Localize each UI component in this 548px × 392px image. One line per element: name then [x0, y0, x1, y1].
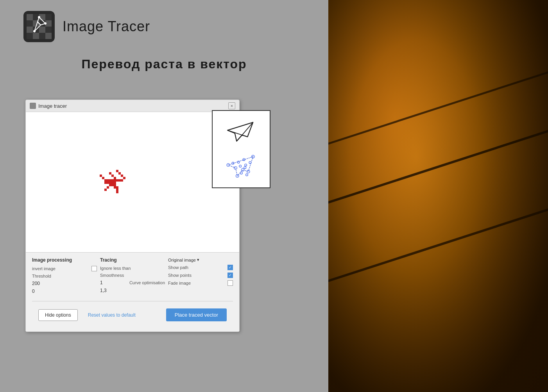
svg-rect-44 — [114, 186, 116, 189]
svg-rect-30 — [107, 179, 109, 182]
dialog-body: Image processing invert image Threshold … — [26, 112, 239, 331]
curve-optimisation-label: Curve optimisation — [129, 280, 165, 285]
show-points-checkbox[interactable] — [227, 273, 233, 278]
curve-value-row: 1,3 — [100, 288, 165, 293]
left-panel: Image Tracer Перевод раста в вектор Imag… — [0, 0, 328, 392]
svg-rect-1 — [27, 14, 33, 20]
svg-rect-15 — [39, 33, 45, 39]
col-image-processing: Image processing invert image Threshold … — [32, 257, 97, 296]
threshold-min: 0 — [32, 289, 35, 294]
svg-rect-5 — [27, 20, 33, 27]
show-points-row: Show points — [168, 273, 233, 278]
options-divider — [32, 301, 233, 301]
dialog-close-button[interactable]: × — [228, 102, 235, 109]
svg-rect-13 — [27, 33, 33, 39]
svg-point-60 — [239, 165, 242, 167]
svg-rect-49 — [107, 186, 109, 189]
page-subtitle: Перевод раста в вектор — [0, 57, 328, 71]
image-processing-header: Image processing — [32, 257, 97, 263]
svg-rect-42 — [111, 184, 114, 186]
smoothness-row: Smoothness — [100, 273, 165, 278]
svg-rect-32 — [102, 177, 104, 179]
svg-rect-31 — [104, 179, 107, 182]
svg-rect-40 — [111, 182, 114, 184]
svg-rect-14 — [33, 33, 39, 39]
fade-image-label: Fade image — [168, 281, 191, 285]
svg-point-65 — [249, 161, 251, 164]
invert-image-label: invert image — [32, 266, 56, 271]
svg-point-18 — [44, 22, 47, 25]
app-icon-svg — [27, 14, 52, 39]
svg-point-63 — [240, 172, 243, 174]
place-traced-button[interactable]: Place traced vector — [166, 308, 227, 321]
dialog-titlebar: Image tracer × — [26, 100, 239, 112]
chevron-down-icon: ▾ — [197, 257, 199, 262]
show-path-label: Show path — [168, 265, 188, 270]
svg-rect-24 — [121, 179, 123, 182]
original-image-dropdown-row[interactable]: Original image ▾ — [168, 257, 233, 262]
outline-plane-svg — [224, 119, 259, 144]
svg-rect-20 — [116, 170, 118, 172]
svg-point-56 — [247, 170, 249, 173]
svg-rect-38 — [107, 182, 109, 184]
threshold-min-row: 0 — [32, 289, 97, 294]
svg-rect-29 — [109, 179, 111, 182]
svg-point-61 — [244, 166, 246, 169]
svg-rect-16 — [45, 33, 52, 39]
svg-rect-34 — [114, 177, 116, 179]
svg-rect-43 — [114, 184, 116, 186]
svg-rect-41 — [114, 182, 116, 184]
right-panel — [328, 0, 548, 392]
svg-rect-48 — [109, 184, 111, 186]
svg-point-59 — [245, 164, 247, 166]
dialog-app-icon — [30, 103, 36, 109]
svg-rect-36 — [109, 172, 111, 175]
preview-overlay — [212, 110, 270, 188]
ignore-less-label: Ignore less than — [100, 266, 131, 271]
svg-rect-27 — [114, 179, 116, 182]
canvas-area — [26, 112, 239, 253]
show-points-label: Show points — [168, 273, 192, 278]
svg-rect-50 — [104, 189, 107, 191]
dialog-title-text: Image tracer — [38, 103, 67, 109]
app-header: Image Tracer — [0, 0, 328, 53]
invert-image-checkbox[interactable] — [91, 266, 97, 271]
dialog-title-left: Image tracer — [30, 103, 67, 109]
threshold-row: Threshold — [32, 274, 97, 278]
dialog-window: Image tracer × — [25, 100, 240, 332]
svg-rect-21 — [118, 172, 121, 175]
original-image-dropdown[interactable]: Original image ▾ — [168, 257, 199, 262]
preview-vector-plane — [217, 152, 266, 180]
reset-values-button[interactable]: Reset values to default — [82, 310, 142, 321]
smoothness-value: 1 — [100, 280, 103, 285]
invert-image-row: invert image — [32, 266, 97, 271]
svg-point-62 — [246, 174, 248, 176]
hide-options-button[interactable]: Hide options — [38, 309, 78, 321]
action-buttons: Hide options Reset values to default Pla… — [32, 305, 233, 327]
svg-rect-11 — [39, 27, 45, 33]
options-columns: Image processing invert image Threshold … — [32, 257, 233, 296]
fade-image-checkbox[interactable] — [227, 280, 233, 286]
svg-rect-22 — [121, 175, 123, 177]
svg-rect-28 — [111, 179, 114, 182]
svg-point-55 — [241, 168, 244, 171]
svg-rect-9 — [27, 27, 33, 33]
tracing-header: Tracing — [100, 257, 165, 263]
svg-rect-37 — [104, 182, 107, 184]
show-path-checkbox[interactable] — [227, 265, 233, 270]
svg-rect-35 — [111, 175, 114, 177]
col-display: Original image ▾ Show path Show points — [168, 257, 233, 296]
svg-rect-23 — [123, 177, 125, 179]
svg-rect-25 — [118, 179, 121, 182]
svg-rect-33 — [100, 175, 102, 177]
svg-rect-46 — [116, 189, 118, 191]
app-icon — [23, 11, 55, 42]
threshold-value-row: 200 — [32, 281, 97, 286]
threshold-value: 200 — [32, 281, 40, 286]
smoothness-value-row: 1 Curve optimisation — [100, 280, 165, 285]
svg-rect-26 — [116, 179, 118, 182]
app-title: Image Tracer — [63, 18, 150, 35]
right-glow — [328, 0, 548, 392]
svg-rect-47 — [116, 191, 118, 193]
svg-rect-12 — [45, 27, 52, 33]
